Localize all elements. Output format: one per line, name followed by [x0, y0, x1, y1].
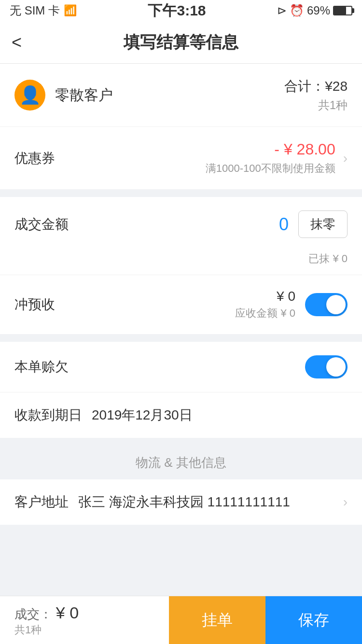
prepay-toggle[interactable] [305, 293, 348, 316]
alarm-icon: ⏰ [290, 4, 304, 17]
bottom-amount: ¥ 0 [56, 603, 79, 622]
status-left: 无 SIM 卡 📶 [10, 3, 77, 18]
avatar-icon: 👤 [19, 85, 41, 105]
battery-icon [333, 6, 352, 15]
bottom-summary: 成交： ¥ 0 共1种 [0, 603, 169, 637]
coupon-desc: 满1000-100不限制使用金额 [206, 161, 335, 176]
bottom-title: 成交： [14, 607, 52, 621]
transaction-row: 成交金额 0 抹零 [0, 197, 362, 252]
coupon-value: - ¥ 28.00 满1000-100不限制使用金额 [206, 140, 335, 176]
logistics-label: 物流 & 其他信息 [136, 454, 226, 471]
address-left: 客户地址 张三 海淀永丰科技园 11111111111 [14, 493, 290, 511]
toggle-knob [326, 295, 346, 314]
save-button[interactable]: 保存 [265, 596, 362, 644]
logistics-divider: 物流 & 其他信息 [0, 446, 362, 479]
transaction-amount: 0 [279, 214, 289, 235]
chevron-right-icon: › [343, 151, 348, 166]
page-title: 填写结算等信息 [124, 31, 238, 54]
prepay-label: 冲预收 [14, 295, 55, 314]
address-value: 张三 海淀永丰科技园 11111111111 [78, 493, 290, 511]
transaction-label: 成交金额 [14, 215, 69, 234]
avatar: 👤 [14, 80, 45, 111]
coupon-row[interactable]: 优惠券 - ¥ 28.00 满1000-100不限制使用金额 › [0, 126, 362, 189]
already-rounded-label: 已抹 ¥ 0 [0, 252, 362, 275]
prepay-receivable: 应收金额 ¥ 0 [235, 306, 295, 321]
total-amount: 合计：¥28 [284, 77, 348, 96]
address-row[interactable]: 客户地址 张三 海淀永丰科技园 11111111111 › [0, 479, 362, 525]
wifi-icon: 📶 [64, 4, 77, 17]
customer-row: 👤 零散客户 合计：¥28 共1种 [0, 64, 362, 126]
prepay-amount: ¥ 0 [235, 289, 295, 304]
customer-name: 零散客户 [55, 85, 113, 105]
location-icon: ⊳ [277, 4, 287, 17]
debt-toggle[interactable] [305, 355, 348, 378]
bottom-summary-line1: 成交： ¥ 0 [14, 603, 154, 623]
address-section: 客户地址 张三 海淀永丰科技园 11111111111 › [0, 479, 362, 525]
due-date-label: 收款到期日 [14, 406, 82, 424]
debt-row: 本单赊欠 [0, 342, 362, 392]
prepay-row: 冲预收 ¥ 0 应收金额 ¥ 0 [0, 275, 362, 334]
status-right: ⊳ ⏰ 69% [277, 4, 352, 17]
debt-toggle-knob [326, 357, 346, 377]
customer-info: 👤 零散客户 [14, 80, 113, 111]
carrier-label: 无 SIM 卡 [10, 3, 60, 18]
due-date-value: 2019年12月30日 [92, 406, 193, 424]
customer-card: 👤 零散客户 合计：¥28 共1种 优惠券 - ¥ 28.00 满1000-10… [0, 64, 362, 189]
coupon-label: 优惠券 [14, 149, 55, 168]
battery-percent: 69% [307, 4, 330, 17]
nav-bar: < 填写结算等信息 [0, 21, 362, 64]
debt-section: 本单赊欠 收款到期日 2019年12月30日 [0, 342, 362, 438]
main-content: 👤 零散客户 合计：¥28 共1种 优惠券 - ¥ 28.00 满1000-10… [0, 64, 362, 590]
round-zero-button[interactable]: 抹零 [298, 210, 348, 238]
hang-button[interactable]: 挂单 [169, 596, 265, 644]
transaction-right: 0 抹零 [279, 210, 348, 238]
prepay-right: ¥ 0 应收金额 ¥ 0 [235, 289, 348, 321]
address-label: 客户地址 [14, 493, 69, 511]
coupon-right-area: - ¥ 28.00 满1000-100不限制使用金额 › [206, 140, 348, 176]
customer-total: 合计：¥28 共1种 [284, 77, 348, 113]
transaction-section: 成交金额 0 抹零 已抹 ¥ 0 冲预收 ¥ 0 应收金额 ¥ 0 [0, 197, 362, 334]
prepay-info: ¥ 0 应收金额 ¥ 0 [235, 289, 295, 321]
status-bar: 无 SIM 卡 📶 下午3:18 ⊳ ⏰ 69% [0, 0, 362, 21]
coupon-discount: - ¥ 28.00 [206, 140, 335, 158]
total-count: 共1种 [284, 98, 348, 113]
time-label: 下午3:18 [148, 1, 206, 21]
bottom-count: 共1种 [14, 623, 154, 637]
bottom-bar: 成交： ¥ 0 共1种 挂单 保存 [0, 596, 362, 644]
due-date-row: 收款到期日 2019年12月30日 [0, 392, 362, 438]
address-chevron-icon: › [343, 494, 348, 510]
debt-label: 本单赊欠 [14, 358, 69, 376]
back-button[interactable]: < [12, 32, 22, 53]
